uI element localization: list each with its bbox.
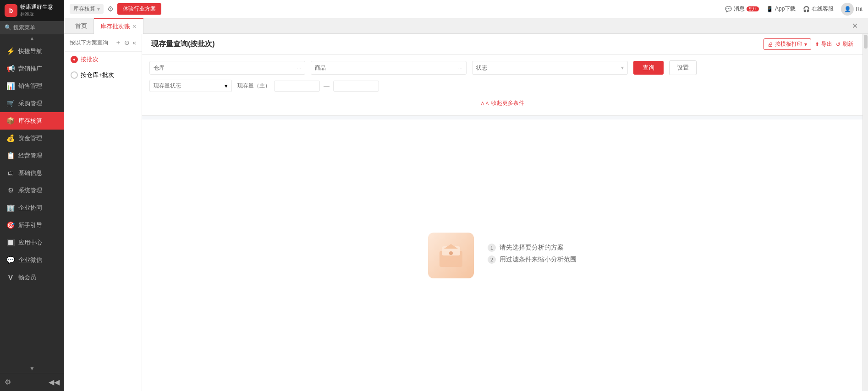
tip-num-1: 1 (488, 244, 496, 252)
sidebar-footer: ⚙ ◀◀ (0, 373, 64, 391)
refresh-button[interactable]: ↺ 刷新 (836, 40, 853, 48)
app-download-label: App下载 (775, 5, 796, 13)
messages-group[interactable]: 💬 消息 99+ (725, 5, 759, 13)
product-more-icon[interactable]: ··· (458, 65, 462, 71)
add-scheme-icon[interactable]: ＋ (115, 38, 121, 47)
refresh-label: 刷新 (842, 40, 853, 48)
filter-row-1: 仓库 ··· 商品 ··· 状态 ▾ 查询 设置 (149, 60, 855, 75)
inventory-icon: 📦 (6, 117, 15, 125)
stock-status-select[interactable]: 现存量状态 ▾ (149, 80, 232, 92)
messages-label: 消息 (734, 5, 745, 13)
user-group[interactable]: 👤 Rit (841, 3, 863, 16)
right-scrollbar[interactable] (863, 34, 868, 391)
sidebar-item-vip[interactable]: V 畅会员 (0, 269, 64, 286)
filter-area: 仓库 ··· 商品 ··· 状态 ▾ 查询 设置 (142, 55, 863, 116)
purchase-icon: 🛒 (6, 99, 15, 108)
sidebar-label-enterprise: 企业协同 (18, 204, 42, 212)
edition-label: 标准版 (20, 11, 53, 17)
sidebar-label-ops: 经营管理 (18, 152, 42, 160)
sidebar-item-inventory[interactable]: 📦 库存核算 (0, 112, 64, 130)
settings-scheme-icon[interactable]: ⊙ (124, 39, 130, 46)
print-button[interactable]: 🖨 按模板打印 ▾ (764, 38, 811, 50)
warehouse-more-icon[interactable]: ··· (297, 65, 301, 71)
stock-amount-min-input[interactable] (274, 81, 320, 92)
sidebar-item-enterprise[interactable]: 🏢 企业协同 (0, 199, 64, 217)
product-field[interactable]: 商品 ··· (311, 61, 467, 75)
tab-home-label: 首页 (75, 22, 87, 30)
collapse-sidebar-icon[interactable]: ◀◀ (49, 378, 60, 386)
collapse-panel-icon[interactable]: « (132, 39, 136, 46)
collapse-label: 收起更多条件 (491, 100, 524, 106)
sidebar-item-ops[interactable]: 📋 经营管理 (0, 147, 64, 164)
warehouse-label: 仓库 (154, 64, 165, 72)
status-dropdown-icon[interactable]: ▾ (621, 65, 624, 71)
topbar-right: 💬 消息 99+ 📱 App下载 🎧 在线客服 👤 Rit (725, 3, 863, 16)
sidebar-label-finance: 资金管理 (18, 134, 42, 142)
sidebar-item-purchase[interactable]: 🛒 采购管理 (0, 95, 64, 112)
warehouse-field[interactable]: 仓库 ··· (149, 61, 305, 75)
sidebar-label-base: 基础信息 (18, 169, 42, 177)
settings-icon[interactable]: ⚙ (5, 378, 11, 386)
query-button[interactable]: 查询 (633, 61, 664, 75)
breadcrumb-chevron-icon: ▾ (97, 6, 100, 12)
finance-icon: 💰 (6, 134, 15, 142)
collapse-filters-btn[interactable]: ∧∧ 收起更多条件 (149, 97, 855, 110)
export-button[interactable]: ⬆ 导出 (815, 40, 832, 48)
online-service-group[interactable]: 🎧 在线客服 (803, 5, 834, 13)
sidebar-item-finance[interactable]: 💰 资金管理 (0, 130, 64, 147)
scroll-down-btn[interactable]: ▼ (0, 364, 64, 373)
sidebar-item-guide[interactable]: 🎯 新手引导 (0, 217, 64, 234)
sidebar-item-sales[interactable]: 📊 销售管理 (0, 77, 64, 95)
scheme-item-by-warehouse-batch[interactable]: 按仓库+批次 (64, 67, 142, 83)
search-menu[interactable]: 🔍 搜索菜单 (0, 21, 64, 34)
tip-num-2: 2 (488, 255, 496, 264)
sidebar-item-marketing[interactable]: 📢 营销推广 (0, 60, 64, 77)
wechat-icon: 💬 (6, 256, 15, 264)
print-icon: 🖨 (768, 41, 773, 48)
sidebar-label-guide: 新手引导 (18, 221, 42, 229)
breadcrumb-text: 库存核算 (73, 5, 95, 13)
message-icon: 💬 (725, 6, 732, 12)
scheme-active-dot: ● (71, 56, 78, 63)
empty-tip-1: 1 请先选择要分析的方案 (488, 244, 577, 252)
sidebar-item-base[interactable]: 🗂 基础信息 (0, 164, 64, 182)
scheme-panel-header: 按以下方案查询 ＋ ⊙ « (64, 34, 142, 52)
company-name: 畅康通好生意 (20, 4, 53, 11)
app-download-group[interactable]: 📱 App下载 (766, 5, 796, 13)
print-label: 按模板打印 (775, 40, 802, 48)
sidebar-label-vip: 畅会员 (18, 273, 36, 282)
refresh-icon: ↺ (836, 41, 841, 48)
tab-batch-account[interactable]: 库存批次账 ✕ (94, 18, 143, 34)
stock-amount-max-input[interactable] (333, 81, 379, 92)
sidebar-item-apps[interactable]: 🔲 应用中心 (0, 234, 64, 251)
sidebar-item-wechat[interactable]: 💬 企业微信 (0, 251, 64, 269)
tab-close-icon[interactable]: ✕ (132, 23, 137, 30)
topbar-settings-icon[interactable]: ⚙ (107, 5, 114, 13)
scheme-item-by-batch[interactable]: ● 按批次 (64, 52, 142, 67)
scrollbar-thumb[interactable] (864, 35, 868, 49)
messages-badge: 99+ (747, 6, 759, 11)
status-label: 状态 (476, 64, 487, 72)
empty-tips: 1 请先选择要分析的方案 2 用过滤条件来缩小分析范围 (488, 244, 577, 267)
tip-text-1: 请先选择要分析的方案 (500, 244, 564, 252)
tab-close-all-icon[interactable]: ✕ (846, 22, 863, 30)
trial-button[interactable]: 体验行业方案 (117, 3, 161, 15)
sidebar-label-purchase: 采购管理 (18, 99, 42, 108)
status-field[interactable]: 状态 ▾ (472, 61, 628, 75)
tab-home[interactable]: 首页 (69, 18, 94, 34)
stock-status-label: 现存量状态 (154, 82, 223, 90)
tip-text-2: 用过滤条件来缩小分析范围 (500, 255, 577, 264)
search-icon: 🔍 (5, 24, 11, 31)
sidebar-item-quick-nav[interactable]: ⚡ 快捷导航 (0, 43, 64, 60)
breadcrumb: 库存核算 ▾ (70, 4, 104, 14)
settings-button[interactable]: 设置 (669, 60, 697, 75)
sidebar-nav: ⚡ 快捷导航 📢 营销推广 📊 销售管理 🛒 采购管理 📦 库存核算 💰 资金管… (0, 43, 64, 364)
quick-nav-icon: ⚡ (6, 47, 15, 55)
scheme-label-by-batch: 按批次 (81, 55, 99, 64)
sidebar-title-group: 畅康通好生意 标准版 (20, 4, 53, 17)
export-icon: ⬆ (815, 41, 819, 48)
scroll-up-btn[interactable]: ▲ (0, 34, 64, 43)
filter-row-2: 现存量状态 ▾ 现存量（主） — (149, 80, 855, 92)
sidebar-item-system[interactable]: ⚙ 系统管理 (0, 182, 64, 199)
sidebar-header: b 畅康通好生意 标准版 (0, 0, 64, 21)
